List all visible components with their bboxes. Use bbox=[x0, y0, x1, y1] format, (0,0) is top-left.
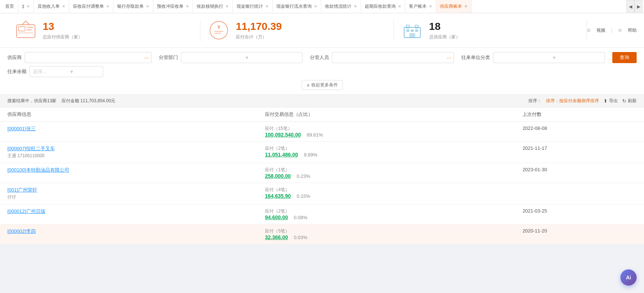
nav-tab-bank-deposit[interactable]: 银行存取款单 ✕ bbox=[113, 0, 153, 13]
transaction-info-cell: 应付（15笔）100,092,540.0089.61% bbox=[258, 122, 515, 142]
nav-tab-customer-ledger[interactable]: 客户账本 ✕ bbox=[405, 0, 436, 13]
data-table-wrap: 供应商信息 应付交易信息（占比） 上次付数 [000001]张三应付（15笔）1… bbox=[0, 107, 644, 244]
table-row: [001]广州荣轩仔仔应付（4笔）164,635.900.15% bbox=[0, 183, 644, 204]
transaction-info-cell: 应付（5笔）32,366.000.03% bbox=[258, 224, 515, 244]
nav-tab-other-income-label: 其他收入单 bbox=[38, 3, 60, 10]
nav-arrow-right[interactable]: ▶ bbox=[634, 0, 643, 13]
col-supplier-info: 供应商信息 bbox=[0, 107, 258, 122]
dept-chevron-icon: ▼ bbox=[242, 55, 302, 61]
amount-link[interactable]: 32,366.00 bbox=[265, 234, 288, 240]
result-actions: 排序： 排序：按应付余额倒序排序 ⬆ 导出 ↻ 刷新 bbox=[528, 98, 637, 104]
balance-select-wrap[interactable]: 选择... ▼ bbox=[29, 66, 103, 77]
query-button[interactable]: 查询 bbox=[612, 52, 637, 63]
amount-link[interactable]: 100,092,540.00 bbox=[265, 132, 301, 138]
nav-tab-receipt-verify[interactable]: 收款核销执行 ✕ bbox=[193, 0, 233, 13]
last-payment-cell: 2023-01-30 bbox=[515, 163, 644, 183]
person-input-wrap[interactable]: ··· bbox=[332, 52, 454, 63]
supplier-link[interactable]: [000002]李四 bbox=[7, 228, 36, 234]
nav-tab-cash-bank-stat[interactable]: 现金银行统计 ✕ bbox=[233, 0, 273, 13]
nav-tab-other-income-close[interactable]: ✕ bbox=[62, 4, 65, 9]
percent-text: 0.08% bbox=[294, 215, 307, 220]
supplier-link[interactable]: [000012]广州贝瑞 bbox=[7, 208, 45, 214]
nav-tab-cash-bank-stat-close[interactable]: ✕ bbox=[265, 4, 269, 9]
supplier-info-cell: [001]广州荣轩仔仔 bbox=[0, 183, 258, 204]
supplier-info-cell: [000100]本特勤油品有限公司 bbox=[0, 163, 258, 183]
dept-filter-label: 分管部门 bbox=[159, 54, 178, 61]
person-dots-icon[interactable]: ··· bbox=[445, 55, 454, 61]
export-button[interactable]: ⬆ 导出 bbox=[603, 98, 618, 104]
category-chevron-icon: ▼ bbox=[549, 55, 605, 61]
nav-tab-ar-ap-adjust[interactable]: 应收应付调整单 ✕ bbox=[69, 0, 113, 13]
payable-total-number: 11,170.39 bbox=[236, 20, 282, 33]
nav-tab-advance-ar-close[interactable]: ✕ bbox=[186, 4, 189, 9]
transaction-info-cell: 应付（2笔）11,051,486.009.89% bbox=[258, 142, 515, 163]
supplier-link[interactable]: [000100]本特勤油品有限公司 bbox=[7, 167, 69, 173]
nav-tab-overdue-ar-label: 超期应收款查询 bbox=[365, 3, 396, 10]
nav-tab-bank-deposit-close[interactable]: ✕ bbox=[146, 4, 149, 9]
nav-tab-ar-ap-adjust-close[interactable]: ✕ bbox=[106, 4, 109, 9]
payable-suppliers-number: 13 bbox=[43, 20, 83, 33]
video-link[interactable]: 视频 bbox=[596, 27, 605, 34]
nav-tab-receipt-stat-close[interactable]: ✕ bbox=[354, 4, 357, 9]
nav-tab-receipt-stat[interactable]: 收款情况统计 ✕ bbox=[321, 0, 361, 13]
nav-arrow-left[interactable]: ◀ bbox=[626, 0, 634, 13]
nav-tab-3[interactable]: 3 ✕ bbox=[18, 0, 34, 13]
export-icon: ⬆ bbox=[603, 98, 608, 104]
collapse-button[interactable]: ∧ 收起更多条件 bbox=[302, 80, 343, 90]
svg-rect-2 bbox=[27, 27, 33, 28]
nav-tab-receipt-verify-label: 收款核销执行 bbox=[197, 3, 223, 10]
sort-value[interactable]: 排序：按应付余额倒序排序 bbox=[546, 98, 599, 104]
amount-link[interactable]: 11,051,486.00 bbox=[265, 152, 298, 158]
nav-tab-3-close[interactable]: ✕ bbox=[27, 4, 30, 9]
person-input[interactable] bbox=[332, 55, 445, 61]
dept-select-wrap[interactable]: ▼ bbox=[181, 52, 303, 63]
percent-text: 0.23% bbox=[297, 173, 310, 179]
supplier-input[interactable] bbox=[25, 55, 142, 61]
total-suppliers-label: 总供应商（家） bbox=[429, 34, 460, 40]
nav-tab-advance-ar[interactable]: 预收冲应收单 ✕ bbox=[153, 0, 193, 13]
transaction-label: 应付（2笔） bbox=[265, 208, 508, 214]
nav-tab-home[interactable]: 首页 bbox=[1, 0, 18, 13]
supplier-filter-label: 供应商 bbox=[7, 54, 22, 61]
nav-tab-receipt-verify-close[interactable]: ✕ bbox=[225, 4, 229, 9]
percent-text: 0.03% bbox=[294, 235, 307, 240]
filter-person: 分管人员 ··· bbox=[310, 52, 454, 63]
help-link[interactable]: 帮助 bbox=[628, 27, 637, 34]
supplier-dots-icon[interactable]: ··· bbox=[142, 55, 151, 61]
supplier-input-wrap[interactable]: ··· bbox=[25, 52, 151, 63]
person-filter-label: 分管人员 bbox=[310, 54, 329, 61]
nav-tab-cash-bank-flow[interactable]: 现金银行流水查询 ✕ bbox=[273, 0, 321, 13]
svg-text:¥: ¥ bbox=[217, 24, 220, 30]
nav-tab-supplier-ledger-close[interactable]: ✕ bbox=[464, 4, 468, 9]
filter-row-1: 供应商 ··· 分管部门 ▼ 分管人员 ··· 往来单位分类 bbox=[7, 52, 637, 63]
nav-tab-customer-ledger-close[interactable]: ✕ bbox=[429, 4, 432, 9]
percent-text: 0.15% bbox=[297, 193, 310, 199]
balance-filter-label: 往来余额 bbox=[7, 68, 27, 75]
amount-link[interactable]: 258,000.00 bbox=[265, 173, 291, 179]
supplier-info-cell: [000007]恒旺二手叉车王通 17106110000 bbox=[0, 142, 258, 163]
result-text: 搜索结果中，供应商13家 应付金额 111,703,854.00元 bbox=[7, 98, 115, 103]
supplier-link[interactable]: [001]广州荣轩 bbox=[7, 187, 37, 193]
supplier-link[interactable]: [000007]恒旺二手叉车 bbox=[7, 146, 55, 151]
category-select-wrap[interactable]: ▼ bbox=[493, 52, 605, 63]
supplier-table: 供应商信息 应付交易信息（占比） 上次付数 [000001]张三应付（15笔）1… bbox=[0, 107, 644, 244]
summary-content-payable-total: 11,170.39 应付合计（万） bbox=[236, 20, 282, 41]
nav-tab-overdue-ar[interactable]: 超期应收款查询 ✕ bbox=[361, 0, 405, 13]
refresh-label: 刷新 bbox=[628, 98, 637, 104]
supplier-icon bbox=[15, 19, 37, 41]
nav-tab-other-income[interactable]: 其他收入单 ✕ bbox=[34, 0, 69, 13]
supplier-sub-info: 仔仔 bbox=[7, 194, 250, 200]
amount-link[interactable]: 94,600.00 bbox=[265, 214, 288, 220]
percent-text: 9.89% bbox=[304, 152, 318, 158]
nav-tab-cash-bank-flow-close[interactable]: ✕ bbox=[314, 4, 317, 9]
nav-tab-supplier-ledger[interactable]: 供应商账本 ✕ bbox=[436, 0, 472, 13]
filter-row-2: 往来余额 选择... ▼ bbox=[7, 66, 637, 77]
transaction-label: 应付（4笔） bbox=[265, 187, 508, 193]
refresh-button[interactable]: ↻ 刷新 bbox=[622, 98, 637, 104]
payable-suppliers-label: 总应付供应商（家） bbox=[43, 34, 83, 40]
filter-balance: 往来余额 选择... ▼ bbox=[7, 66, 103, 77]
nav-tab-overdue-ar-close[interactable]: ✕ bbox=[398, 4, 401, 9]
supplier-link[interactable]: [000001]张三 bbox=[7, 126, 36, 131]
last-payment-cell: 2021-03-25 bbox=[515, 204, 644, 224]
amount-link[interactable]: 164,635.90 bbox=[265, 193, 291, 199]
